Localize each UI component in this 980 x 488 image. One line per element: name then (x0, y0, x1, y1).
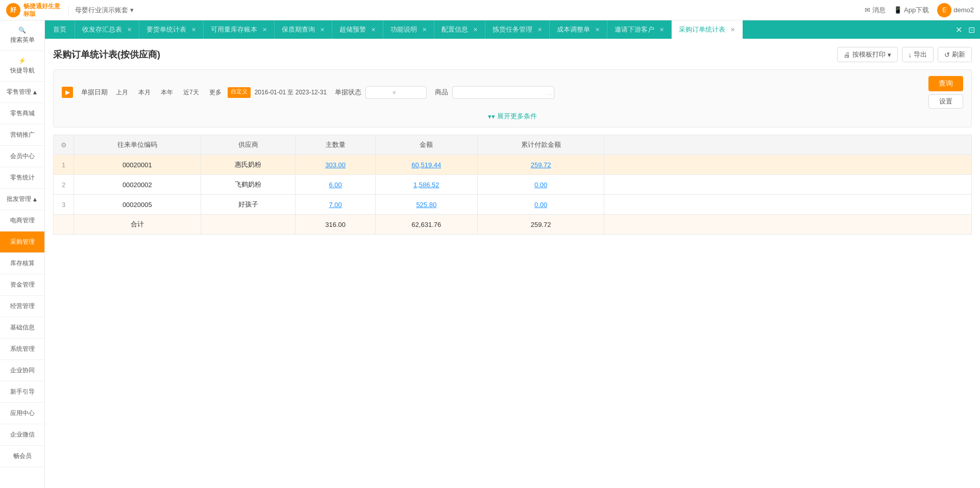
sidebar-item-system[interactable]: 系统管理 (0, 339, 44, 360)
sidebar-item-finance[interactable]: 资金管理 (0, 274, 44, 296)
top-bar-left: 好 畅捷通好生意 标版 母婴行业演示账套 ▾ (6, 3, 134, 17)
date-shortcuts: 上月 本月 本年 近7天 更多 自定义 (112, 87, 251, 98)
template-print-btn[interactable]: 🖨 按模板打印 ▾ (837, 47, 898, 62)
template-dropdown-icon: ▾ (888, 51, 891, 59)
tab-close-config[interactable]: ✕ (473, 27, 478, 33)
shortcut-last-month[interactable]: 上月 (112, 87, 132, 98)
chevron-down-icon: ▾ (130, 6, 134, 14)
tab-collection[interactable]: 收发存汇总表 ✕ (75, 20, 139, 39)
sidebar-item-search[interactable]: 🔍 搜索英单 (0, 20, 44, 51)
table-row[interactable]: 3 00020005 好孩子 7.00 525.80 0.00 (54, 195, 972, 215)
table-row[interactable]: 1 00020001 惠氏奶粉 303.00 60,519.44 259.72 (54, 155, 972, 175)
tab-close-expiry[interactable]: ✕ (320, 27, 325, 33)
sidebar-item-wholesale[interactable]: 批发管理 ▲ (0, 189, 44, 210)
sidebar-item-purchase[interactable]: 采购管理 (0, 232, 44, 253)
expand-btn[interactable]: ▾▾ 展开更多条件 (488, 112, 537, 121)
cell-paid[interactable]: 259.72 (477, 155, 604, 175)
sidebar-item-inventory[interactable]: 库存核算 (0, 253, 44, 274)
footer-qty: 316.00 (296, 215, 375, 235)
page-title: 采购订单统计表(按供应商) (53, 48, 160, 61)
tab-purchase-stat[interactable]: 采购订单统计表 ✕ (672, 20, 743, 39)
sidebar-item-nav[interactable]: ⚡ 快捷导航 (0, 51, 44, 82)
tab-invite[interactable]: 邀请下游客户 ✕ (607, 20, 672, 39)
cell-amount[interactable]: 60,519.44 (375, 155, 477, 175)
tab-close-cost-adj[interactable]: ✕ (595, 27, 600, 33)
app-download-btn[interactable]: 📱 App下载 (894, 6, 929, 15)
tab-goods-stat[interactable]: 要货单统计表 ✕ (139, 20, 204, 39)
filter-actions: 查询 设置 (928, 76, 963, 109)
query-btn[interactable]: 查询 (928, 76, 963, 91)
cell-amount[interactable]: 525.80 (375, 195, 477, 215)
cell-qty[interactable]: 6.00 (296, 175, 375, 195)
tab-close-goods-stat[interactable]: ✕ (191, 27, 196, 33)
sidebar-item-collab[interactable]: 企业协同 (0, 360, 44, 381)
status-label: 单据状态 (335, 88, 361, 97)
tab-close-func-desc[interactable]: ✕ (422, 27, 427, 33)
message-btn[interactable]: ✉ 消息 (865, 6, 886, 15)
table-container: ⚙ 往来单位编码 供应商 主数量 金额 累计付款金额 1 00020001 (53, 135, 972, 480)
col-settings: ⚙ (54, 135, 74, 155)
sidebar-item-retail[interactable]: 零售管理 ▲ (0, 82, 44, 103)
sidebar-item-guide[interactable]: 新手引导 (0, 381, 44, 403)
date-label: 单据日期 (81, 88, 108, 97)
status-select[interactable]: ▾ (365, 86, 427, 99)
cell-paid[interactable]: 0.00 (477, 195, 604, 215)
tab-close-pick-task[interactable]: ✕ (537, 27, 542, 33)
sidebar-item-wechat[interactable]: 企业微信 (0, 424, 44, 446)
goods-input[interactable] (452, 86, 554, 99)
footer-amount: 62,631.76 (375, 215, 477, 235)
sidebar-item-ops[interactable]: 经营管理 (0, 296, 44, 317)
tab-cost-adj[interactable]: 成本调整单 ✕ (550, 20, 607, 39)
goods-more-icon[interactable]: … (546, 89, 553, 96)
sidebar-item-retail-stat[interactable]: 零售统计 (0, 167, 44, 189)
tab-close-stock-book[interactable]: ✕ (262, 27, 267, 33)
settings-btn[interactable]: 设置 (928, 94, 963, 109)
cell-qty[interactable]: 7.00 (296, 195, 375, 215)
tab-pick-task[interactable]: 拣货任务管理 ✕ (485, 20, 550, 39)
cell-empty (604, 195, 972, 215)
footer-empty2 (604, 215, 972, 235)
tab-bar: 首页 收发存汇总表 ✕ 要货单统计表 ✕ 可用量库存账本 ✕ 保质期查询 ✕ 超… (45, 20, 980, 39)
sidebar-item-retail-shop[interactable]: 零售商城 (0, 103, 44, 124)
cell-supplier: 好孩子 (201, 195, 296, 215)
tab-close-invite[interactable]: ✕ (659, 27, 664, 33)
filter-toggle-btn[interactable]: ▶ (62, 87, 73, 98)
sidebar-item-member[interactable]: 会员中心 (0, 146, 44, 167)
cell-supplier: 惠氏奶粉 (201, 155, 296, 175)
sidebar-item-vip[interactable]: 畅会员 (0, 446, 44, 467)
phone-icon: 📱 (894, 6, 902, 14)
col-settings-icon[interactable]: ⚙ (61, 141, 67, 149)
tab-close-purchase-stat[interactable]: ✕ (730, 27, 735, 33)
sidebar-item-basic[interactable]: 基础信息 (0, 317, 44, 339)
tab-overstock[interactable]: 超储预警 ✕ (332, 20, 383, 39)
avatar: E (937, 3, 951, 17)
shortcut-this-month[interactable]: 本月 (134, 87, 155, 98)
cell-amount[interactable]: 1,586.52 (375, 175, 477, 195)
sidebar-item-ecom[interactable]: 电商管理 (0, 210, 44, 232)
printer-icon: 🖨 (844, 51, 850, 59)
tab-home[interactable]: 首页 (45, 20, 75, 39)
shortcut-this-year[interactable]: 本年 (157, 87, 177, 98)
tab-close-overstock[interactable]: ✕ (371, 27, 376, 33)
shortcut-more[interactable]: 更多 (205, 87, 226, 98)
tab-expiry[interactable]: 保质期查询 ✕ (275, 20, 332, 39)
table-row[interactable]: 2 00020002 飞鹤奶粉 6.00 1,586.52 0.00 (54, 175, 972, 195)
export-btn[interactable]: ↓ 导出 (902, 47, 934, 62)
tab-func-desc[interactable]: 功能说明 ✕ (383, 20, 434, 39)
tab-stock-book[interactable]: 可用量库存账本 ✕ (204, 20, 275, 39)
sidebar-item-app-center[interactable]: 应用中心 (0, 403, 44, 424)
cell-no: 3 (54, 195, 74, 215)
shortcut-7days[interactable]: 近7天 (179, 87, 203, 98)
user-area[interactable]: E demo2 (937, 3, 974, 17)
tab-fullscreen-btn[interactable]: ⊡ (967, 24, 976, 36)
cell-qty[interactable]: 303.00 (296, 155, 375, 175)
sidebar-item-marketing[interactable]: 营销推广 (0, 124, 44, 146)
chevron-icon2: ▲ (32, 196, 38, 203)
tab-close-collection[interactable]: ✕ (127, 27, 132, 33)
cell-paid[interactable]: 0.00 (477, 175, 604, 195)
filter-row-main: ▶ 单据日期 上月 本月 本年 近7天 更多 自定义 2016-01-01 至 … (62, 76, 963, 109)
tab-config[interactable]: 配置信息 ✕ (434, 20, 485, 39)
workspace-selector[interactable]: 母婴行业演示账套 ▾ (68, 6, 134, 15)
tab-close-all-btn[interactable]: ✕ (954, 24, 963, 36)
refresh-btn[interactable]: ↺ 刷新 (938, 47, 972, 62)
